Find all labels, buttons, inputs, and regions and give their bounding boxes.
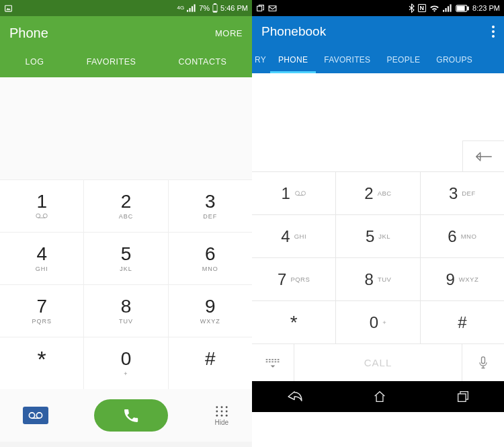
key-7[interactable]: 7PQRS bbox=[252, 257, 336, 300]
clock-text: 5:46 PM bbox=[220, 4, 248, 12]
svg-point-17 bbox=[216, 410, 218, 412]
key-4[interactable]: 4GHI bbox=[0, 232, 84, 284]
svg-rect-0 bbox=[5, 5, 12, 11]
more-button[interactable]: MORE bbox=[215, 28, 243, 38]
battery-icon bbox=[456, 5, 469, 12]
hide-keypad-button[interactable]: Hide bbox=[214, 405, 229, 426]
tab-favorites[interactable]: FAVORITES bbox=[84, 53, 139, 71]
key-5[interactable]: 5JKL bbox=[84, 232, 168, 284]
status-bar: N 8:23 PM bbox=[252, 0, 504, 16]
svg-rect-27 bbox=[450, 4, 452, 11]
svg-rect-46 bbox=[275, 361, 277, 362]
svg-point-18 bbox=[220, 410, 222, 412]
tab-phone[interactable]: PHONE bbox=[270, 48, 316, 73]
tab-log[interactable]: LOG bbox=[23, 53, 47, 71]
svg-rect-40 bbox=[271, 359, 274, 360]
key-2[interactable]: 2ABC bbox=[84, 179, 168, 232]
signal-icon bbox=[443, 4, 452, 12]
key-hash[interactable]: # bbox=[421, 300, 504, 343]
dial-display bbox=[252, 73, 504, 171]
key-7[interactable]: 7PQRS bbox=[0, 284, 84, 337]
svg-rect-44 bbox=[269, 361, 271, 362]
svg-rect-26 bbox=[448, 6, 449, 11]
svg-rect-25 bbox=[446, 8, 447, 12]
samsung-phone-screen: 4G 7% 5:46 PM Phone MORE LOG FAVORITES C… bbox=[0, 0, 252, 447]
svg-rect-49 bbox=[458, 394, 465, 401]
svg-rect-29 bbox=[468, 7, 469, 10]
svg-point-21 bbox=[220, 414, 222, 416]
back-button[interactable] bbox=[287, 391, 303, 403]
svg-rect-2 bbox=[190, 8, 191, 12]
svg-point-12 bbox=[37, 413, 42, 418]
nav-bar bbox=[252, 381, 504, 412]
dialpad: 1 2ABC 3DEF 4GHI 5JKL 6MNO 7PQRS 8TUV 9W… bbox=[252, 171, 504, 343]
svg-point-14 bbox=[216, 406, 218, 408]
key-star[interactable]: * bbox=[252, 300, 336, 343]
signal-icon bbox=[187, 4, 196, 12]
svg-rect-4 bbox=[194, 4, 196, 11]
voice-dial-button[interactable] bbox=[462, 344, 504, 381]
svg-rect-43 bbox=[266, 361, 268, 362]
call-button[interactable] bbox=[94, 399, 168, 432]
key-1[interactable]: 1 bbox=[252, 171, 336, 214]
svg-point-32 bbox=[492, 30, 495, 33]
key-6[interactable]: 6MNO bbox=[169, 232, 252, 284]
key-hash[interactable]: # bbox=[169, 337, 252, 389]
tab-history-partial[interactable]: RY bbox=[252, 48, 270, 73]
svg-point-19 bbox=[226, 410, 228, 412]
svg-point-15 bbox=[220, 406, 222, 408]
key-2[interactable]: 2ABC bbox=[336, 171, 420, 214]
key-1[interactable]: 1 bbox=[0, 179, 84, 232]
key-6[interactable]: 6MNO bbox=[421, 214, 504, 257]
key-9[interactable]: 9WXYZ bbox=[421, 257, 504, 300]
svg-rect-6 bbox=[214, 3, 216, 5]
voicemail-icon bbox=[294, 190, 306, 196]
nfc-icon: N bbox=[418, 4, 427, 12]
key-0[interactable]: 0+ bbox=[84, 337, 168, 389]
key-0[interactable]: 0+ bbox=[336, 300, 420, 343]
key-4[interactable]: 4GHI bbox=[252, 214, 336, 257]
svg-point-35 bbox=[295, 192, 299, 196]
keypad-grid-icon bbox=[214, 405, 229, 417]
key-9[interactable]: 9WXYZ bbox=[169, 284, 252, 337]
action-row: Hide bbox=[0, 389, 252, 442]
svg-rect-45 bbox=[271, 361, 274, 362]
svg-rect-3 bbox=[192, 6, 193, 11]
tab-groups[interactable]: GROUPS bbox=[428, 48, 480, 73]
key-8[interactable]: 8TUV bbox=[84, 284, 168, 337]
svg-point-11 bbox=[30, 413, 35, 418]
voicemail-button[interactable] bbox=[23, 407, 48, 424]
svg-point-20 bbox=[216, 414, 218, 416]
recents-button[interactable] bbox=[457, 391, 469, 403]
htc-phone-screen: N 8:23 PM Phonebook RY PHONE FAVORITES P… bbox=[252, 0, 504, 447]
tab-contacts[interactable]: CONTACTS bbox=[176, 53, 230, 71]
hide-keypad-button[interactable] bbox=[252, 344, 294, 381]
overflow-menu-button[interactable] bbox=[492, 26, 495, 38]
home-button[interactable] bbox=[373, 391, 386, 403]
key-3[interactable]: 3DEF bbox=[421, 171, 504, 214]
wifi-icon bbox=[429, 4, 439, 12]
key-5[interactable]: 5JKL bbox=[336, 214, 420, 257]
hide-label: Hide bbox=[215, 419, 229, 426]
svg-rect-7 bbox=[214, 11, 217, 12]
tab-bar: RY PHONE FAVORITES PEOPLE GROUPS bbox=[252, 48, 504, 73]
svg-rect-1 bbox=[187, 10, 188, 12]
data-icon: 4G bbox=[177, 5, 184, 11]
key-3[interactable]: 3DEF bbox=[169, 179, 252, 232]
tab-favorites[interactable]: FAVORITES bbox=[316, 48, 378, 73]
voicemail-icon bbox=[36, 213, 48, 220]
call-button[interactable]: CALL bbox=[294, 344, 462, 381]
key-star[interactable]: * bbox=[0, 337, 84, 389]
svg-rect-47 bbox=[278, 361, 280, 362]
app-title: Phonebook bbox=[261, 24, 326, 39]
backspace-button[interactable] bbox=[462, 140, 504, 171]
svg-point-8 bbox=[36, 214, 40, 218]
key-8[interactable]: 8TUV bbox=[336, 257, 420, 300]
svg-rect-48 bbox=[482, 356, 485, 363]
dialpad: 1 2ABC 3DEF 4GHI 5JKL 6MNO 7PQRS 8TUV 9W… bbox=[0, 179, 252, 389]
svg-rect-41 bbox=[275, 359, 277, 360]
svg-point-31 bbox=[492, 26, 495, 28]
tab-people[interactable]: PEOPLE bbox=[378, 48, 428, 73]
tab-bar: LOG FAVORITES CONTACTS bbox=[0, 53, 252, 77]
app-header: Phonebook RY PHONE FAVORITES PEOPLE GROU… bbox=[252, 16, 504, 73]
